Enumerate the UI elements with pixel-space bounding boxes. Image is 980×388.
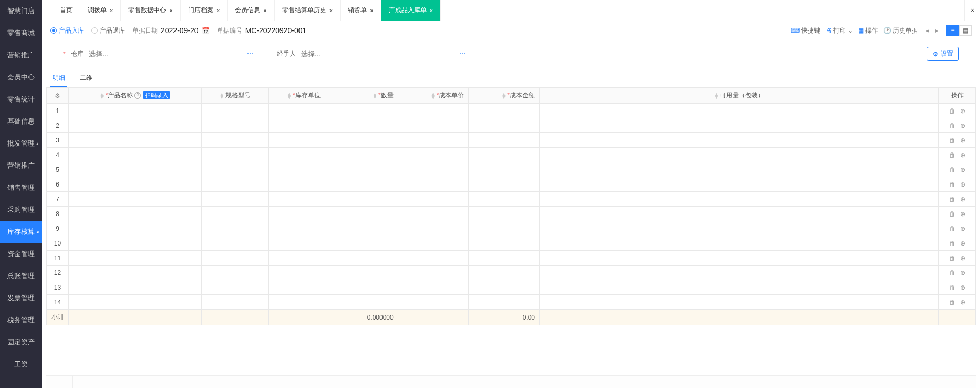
sidebar-item[interactable]: 会员中心 <box>0 66 42 88</box>
tab[interactable]: 会员信息× <box>228 0 274 21</box>
cell-unit[interactable] <box>269 207 339 221</box>
sidebar-item[interactable]: 资金管理 <box>0 243 42 265</box>
cell-product[interactable] <box>69 133 202 148</box>
add-row-icon[interactable]: ⊕ <box>960 225 965 232</box>
sidebar-item[interactable]: 采购管理 <box>0 199 42 221</box>
cell-cost-price[interactable] <box>398 118 469 133</box>
table-row[interactable]: 3 🗑 ⊕ <box>47 133 976 148</box>
cell-spec[interactable] <box>202 162 269 177</box>
cell-spec[interactable] <box>202 221 269 236</box>
col-qty[interactable]: ▲▼*数量 <box>339 88 398 104</box>
cell-cost-price[interactable] <box>398 177 469 192</box>
close-icon[interactable]: × <box>329 7 333 14</box>
lookup-icon[interactable]: ⋯ <box>247 50 254 57</box>
sidebar-item[interactable]: 零售商城 <box>0 22 42 44</box>
delete-row-icon[interactable]: 🗑 <box>949 240 955 247</box>
col-gear[interactable]: ⚙ <box>47 88 69 104</box>
delete-row-icon[interactable]: 🗑 <box>949 196 955 203</box>
table-row[interactable]: 1 🗑 ⊕ <box>47 104 976 118</box>
tab[interactable]: 调拨单× <box>80 0 121 21</box>
cell-unit[interactable] <box>269 133 339 148</box>
cell-product[interactable] <box>69 266 202 280</box>
cell-qty[interactable] <box>339 280 398 295</box>
close-icon[interactable]: × <box>263 7 266 14</box>
cell-qty[interactable] <box>339 221 398 236</box>
tab[interactable]: 零售数据中心× <box>121 0 180 21</box>
cell-cost-amount[interactable] <box>469 148 540 162</box>
add-row-icon[interactable]: ⊕ <box>960 254 965 262</box>
cell-qty[interactable] <box>339 148 398 162</box>
cell-available[interactable] <box>540 104 939 118</box>
add-row-icon[interactable]: ⊕ <box>960 181 965 188</box>
table-row[interactable]: 11 🗑 ⊕ <box>47 251 976 266</box>
col-spec[interactable]: ▲▼规格型号 <box>202 88 269 104</box>
sidebar-item[interactable]: 库存核算 <box>0 221 42 243</box>
radio-product-in[interactable]: 产品入库 <box>50 26 84 35</box>
col-cost-price[interactable]: ▲▼*成本单价 <box>398 88 469 104</box>
table-row[interactable]: 5 🗑 ⊕ <box>47 162 976 177</box>
cell-available[interactable] <box>540 280 939 295</box>
cell-cost-price[interactable] <box>398 104 469 118</box>
table-row[interactable]: 12 🗑 ⊕ <box>47 266 976 280</box>
cell-spec[interactable] <box>202 118 269 133</box>
tab[interactable]: 零售结算单历史× <box>275 0 341 21</box>
cell-product[interactable] <box>69 221 202 236</box>
table-row[interactable]: 13 🗑 ⊕ <box>47 280 976 295</box>
sidebar-item[interactable]: 工资 <box>0 353 42 375</box>
cell-cost-amount[interactable] <box>469 221 540 236</box>
subtab-2d[interactable]: 二维 <box>78 70 95 87</box>
add-row-icon[interactable]: ⊕ <box>960 122 965 129</box>
cell-available[interactable] <box>540 148 939 162</box>
add-row-icon[interactable]: ⊕ <box>960 269 965 277</box>
close-icon[interactable]: × <box>370 7 373 14</box>
sidebar-item[interactable]: 总账管理 <box>0 265 42 287</box>
cell-qty[interactable] <box>339 207 398 221</box>
cell-available[interactable] <box>540 295 939 310</box>
close-icon[interactable]: × <box>110 7 113 14</box>
close-icon[interactable]: × <box>169 7 172 14</box>
delete-row-icon[interactable]: 🗑 <box>949 254 955 262</box>
cell-spec[interactable] <box>202 280 269 295</box>
table-row[interactable]: 9 🗑 ⊕ <box>47 221 976 236</box>
cell-cost-price[interactable] <box>398 207 469 221</box>
cell-spec[interactable] <box>202 266 269 280</box>
table-row[interactable]: 2 🗑 ⊕ <box>47 118 976 133</box>
cell-available[interactable] <box>540 236 939 251</box>
cell-spec[interactable] <box>202 177 269 192</box>
sidebar-item[interactable]: 基础信息 <box>0 110 42 132</box>
cell-cost-amount[interactable] <box>469 251 540 266</box>
cell-qty[interactable] <box>339 104 398 118</box>
cell-cost-amount[interactable] <box>469 192 540 207</box>
cell-unit[interactable] <box>269 221 339 236</box>
cell-qty[interactable] <box>339 177 398 192</box>
sidebar-item[interactable]: 固定资产 <box>0 331 42 353</box>
cell-product[interactable] <box>69 236 202 251</box>
close-icon[interactable]: × <box>430 7 433 14</box>
sidebar-item[interactable]: 税务管理 <box>0 309 42 331</box>
cell-available[interactable] <box>540 266 939 280</box>
cell-available[interactable] <box>540 177 939 192</box>
sidebar-item[interactable]: 批发管理 <box>0 132 42 155</box>
cell-cost-amount[interactable] <box>469 177 540 192</box>
table-row[interactable]: 4 🗑 ⊕ <box>47 148 976 162</box>
cell-unit[interactable] <box>269 162 339 177</box>
cell-cost-price[interactable] <box>398 162 469 177</box>
cell-cost-amount[interactable] <box>469 104 540 118</box>
cell-qty[interactable] <box>339 133 398 148</box>
operate-button[interactable]: ▦操作 <box>858 26 878 35</box>
calendar-icon[interactable]: 📅 <box>202 27 210 34</box>
cell-available[interactable] <box>540 251 939 266</box>
add-row-icon[interactable]: ⊕ <box>960 151 965 159</box>
cell-unit[interactable] <box>269 295 339 310</box>
sidebar-item[interactable]: 销售管理 <box>0 177 42 199</box>
add-row-icon[interactable]: ⊕ <box>960 240 965 247</box>
cell-unit[interactable] <box>269 236 339 251</box>
cell-unit[interactable] <box>269 251 339 266</box>
cell-cost-price[interactable] <box>398 236 469 251</box>
cell-spec[interactable] <box>202 207 269 221</box>
prev-doc-button[interactable]: ◂ <box>923 26 932 35</box>
shortcut-button[interactable]: ⌨快捷键 <box>791 26 820 35</box>
cell-cost-price[interactable] <box>398 280 469 295</box>
col-unit[interactable]: ▲▼*库存单位 <box>269 88 339 104</box>
lookup-icon[interactable]: ⋯ <box>459 50 466 57</box>
